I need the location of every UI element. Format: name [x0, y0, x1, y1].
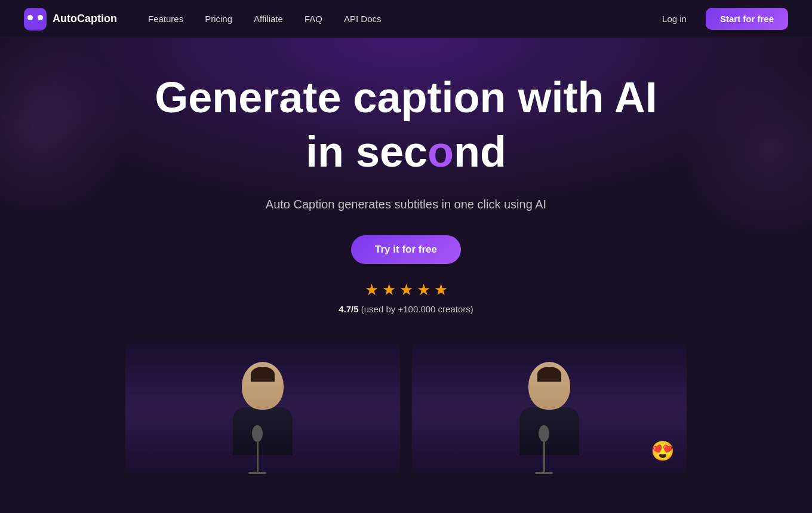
mic-base-right [535, 472, 553, 474]
star-2: ★ [382, 281, 396, 299]
person-head-left [242, 362, 284, 410]
glow-left-decoration [0, 36, 131, 215]
glow-right-decoration [681, 60, 812, 239]
preview-row: 😍 [24, 343, 788, 474]
nav-link-pricing[interactable]: Pricing [195, 9, 242, 29]
logo[interactable]: AutoCaption [24, 8, 117, 30]
nav-link-features[interactable]: Features [139, 9, 193, 29]
hero-title-line1: Generate caption with AI [155, 74, 657, 121]
logo-text: AutoCaption [53, 13, 117, 25]
person-head-right [528, 362, 570, 410]
stars-rating: ★ ★ ★ ★ ★ [365, 281, 448, 299]
navbar: AutoCaption Features Pricing Affiliate F… [0, 0, 812, 38]
preview-card-right[interactable]: 😍 [412, 343, 687, 474]
hero-description: Auto Caption generates subtitles in one … [266, 195, 546, 214]
hero-title-line2: in second [306, 128, 506, 176]
mic-base-left [248, 472, 266, 474]
star-3: ★ [399, 281, 413, 299]
emoji-badge: 😍 [651, 440, 675, 462]
login-button[interactable]: Log in [653, 9, 696, 29]
hero-section: Generate caption with AI in second Auto … [0, 38, 812, 474]
nav-link-faq[interactable]: FAQ [295, 9, 332, 29]
start-free-button[interactable]: Start for free [706, 8, 788, 30]
nav-actions: Log in Start for free [653, 8, 788, 30]
logo-icon [24, 8, 47, 30]
star-5: ★ [434, 281, 448, 299]
mic-head-left [252, 425, 263, 442]
try-free-button[interactable]: Try it for free [351, 235, 461, 264]
mic-stand-left [248, 425, 266, 474]
nav-links: Features Pricing Affiliate FAQ API Docs [139, 9, 391, 29]
star-1: ★ [365, 281, 379, 299]
star-4: ★ [417, 281, 430, 299]
mic-pole-left [257, 442, 259, 472]
mic-pole-right [543, 442, 545, 472]
mic-stand-right [535, 425, 553, 474]
rating-text: 4.7/5 (used by +100.000 creators) [339, 304, 473, 314]
nav-link-api-docs[interactable]: API Docs [334, 9, 391, 29]
nav-link-affiliate[interactable]: Affiliate [244, 9, 293, 29]
preview-card-left[interactable] [125, 343, 400, 474]
mic-head-right [539, 425, 549, 442]
